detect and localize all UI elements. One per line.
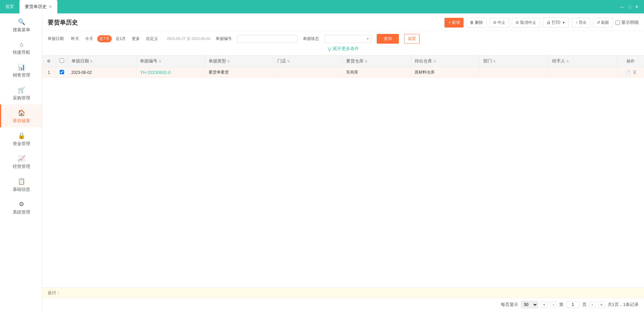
sidebar-item-purchase-mgmt-label: 采购管理 [13, 95, 30, 101]
cell-req-warehouse: 车间库 [342, 67, 411, 78]
sidebar-item-basic-info[interactable]: 📋 基础信息 [0, 173, 42, 196]
sidebar-item-sys-mgmt[interactable]: ⚙ 系统管理 [0, 196, 42, 219]
new-button[interactable]: + 新增 [444, 18, 463, 28]
stop-button[interactable]: ⊘ 中止 [489, 18, 509, 28]
pagination: 每页显示 50 20 100 200 « ‹ 第 页 › » 共1页，1条记录 [42, 298, 644, 311]
date-filter-label: 单据日期 [48, 36, 64, 42]
print-button[interactable]: 🖨 打印 ▼ [543, 17, 569, 28]
sidebar-item-sys-mgmt-label: 系统管理 [13, 209, 30, 215]
ops-mgmt-icon: 📈 [18, 155, 25, 162]
bill-no-input[interactable] [237, 35, 298, 43]
tab-home[interactable]: 首页 [0, 0, 19, 13]
sort-pending-warehouse-icon[interactable]: ⇅ [433, 59, 436, 63]
filter-row-1: 单据日期 昨天 今天 近7天 近1月 更多 自定义 2023-05-27 至 2… [48, 34, 639, 44]
sort-no-icon[interactable]: ⇅ [159, 59, 161, 63]
sidebar-item-ops-mgmt-label: 经营管理 [13, 164, 30, 170]
table-row: 1 2023-06-02 YH-20230602-0 要货单要货 车间库 原材料… [42, 67, 644, 78]
cell-ops: 📄 ⠿ [617, 67, 644, 78]
display-detail-checkbox[interactable] [615, 20, 620, 25]
cell-check[interactable] [56, 67, 68, 78]
per-page-select[interactable]: 50 20 100 200 [521, 301, 538, 308]
date-shortcut-custom[interactable]: 自定义 [144, 35, 160, 42]
col-settings[interactable]: ⚙ [42, 55, 56, 67]
col-store: 门店 ⇅ [274, 55, 342, 67]
query-button[interactable]: 查询 [377, 34, 399, 44]
sidebar-item-finance-mgmt[interactable]: 🔒 资金管理 [0, 127, 42, 150]
sidebar-item-quick-nav[interactable]: ⌂ 快捷导航 [0, 36, 42, 59]
delete-button[interactable]: 🗑 删除 [466, 18, 487, 28]
cancel-stop-button[interactable]: ⊘ 取消中止 [512, 18, 540, 28]
expand-more-label: 展开更多条件 [333, 46, 359, 52]
cell-dept [480, 67, 549, 78]
tab-requisition-history[interactable]: 要货单历史 ✕ [19, 0, 57, 13]
sidebar-item-basic-info-label: 基础信息 [13, 186, 30, 192]
sort-date-icon[interactable]: ⇅ [90, 59, 93, 63]
sys-mgmt-icon: ⚙ [19, 201, 24, 208]
date-shortcut-yesterday[interactable]: 昨天 [69, 35, 81, 42]
expand-more-icon: ⋁ [328, 46, 331, 51]
per-page-label: 每页显示 [501, 302, 518, 308]
page-suffix: 页 [582, 302, 587, 308]
date-shortcut-last-month[interactable]: 近1月 [114, 35, 128, 42]
col-check[interactable] [56, 55, 68, 67]
expand-more[interactable]: ⋁ 展开更多条件 [48, 46, 639, 52]
page-title: 要货单历史 [48, 18, 444, 27]
sidebar-item-inventory[interactable]: 🏠 库存核算 [0, 104, 42, 127]
top-bar: 首页 要货单历史 ✕ — □ ✕ [0, 0, 644, 13]
sidebar-item-sales-mgmt[interactable]: 📊 销售管理 [0, 59, 42, 82]
settings-button[interactable]: 设置 [404, 34, 420, 44]
bill-no-link[interactable]: YH-20230602-0 [140, 70, 171, 75]
col-date: 单据日期 ⇅ [68, 55, 137, 67]
filter-area: 单据日期 昨天 今天 近7天 近1月 更多 自定义 2023-05-27 至 2… [42, 31, 644, 55]
sidebar: 🔍 搜索菜单 ⌂ 快捷导航 📊 销售管理 🛒 采购管理 🏠 库存核算 🔒 资金管… [0, 13, 42, 311]
cell-row-index: 1 [42, 67, 56, 78]
display-detail-label: 显示明细 [621, 19, 639, 26]
date-shortcut-last7[interactable]: 近7天 [97, 35, 112, 42]
cell-pending-warehouse: 原材料仓库 [411, 67, 480, 78]
print-dropdown-icon[interactable]: ▼ [562, 21, 565, 25]
table-area: ⚙ 单据日期 ⇅ 单据编号 ⇅ 单据类型 [42, 55, 644, 287]
toolbar: + 新增 🗑 删除 ⊘ 中止 ⊘ 取消中止 🖨 打印 ▼ ↑ 导出 ↺ 刷新 显… [444, 17, 639, 28]
col-no: 单据编号 ⇅ [137, 55, 205, 67]
date-shortcut-today[interactable]: 今天 [83, 35, 95, 42]
maximize-button[interactable]: □ [628, 4, 631, 9]
total-info: 共1页，1条记录 [608, 302, 639, 308]
col-ops: 操作 [617, 55, 644, 67]
sort-dept-icon[interactable]: ⇅ [493, 59, 496, 63]
first-page-button[interactable]: « [541, 301, 548, 308]
sort-store-icon[interactable]: ⇅ [287, 59, 290, 63]
last-page-button[interactable]: » [598, 301, 605, 308]
row-checkbox[interactable] [60, 70, 64, 74]
date-shortcut-more[interactable]: 更多 [130, 35, 142, 42]
minimize-button[interactable]: — [620, 4, 624, 9]
content-area: 要货单历史 + 新增 🗑 删除 ⊘ 中止 ⊘ 取消中止 🖨 打印 ▼ ↑ 导出 … [42, 13, 644, 311]
prev-page-button[interactable]: ‹ [550, 301, 556, 308]
cell-no: YH-20230602-0 [137, 67, 205, 78]
export-button[interactable]: ↑ 导出 [572, 18, 590, 28]
bill-status-label: 单据状态 [303, 36, 319, 42]
select-all-checkbox[interactable] [60, 58, 64, 63]
next-page-button[interactable]: › [589, 301, 595, 308]
sort-handler-icon[interactable]: ⇅ [566, 59, 569, 63]
close-button[interactable]: ✕ [635, 4, 639, 9]
sort-type-icon[interactable]: ⇅ [227, 59, 230, 63]
display-detail-toggle[interactable]: 显示明细 [615, 19, 639, 26]
date-shortcuts: 昨天 今天 近7天 近1月 更多 自定义 [69, 35, 160, 42]
page-input[interactable] [566, 301, 580, 308]
sidebar-item-purchase-mgmt[interactable]: 🛒 采购管理 [0, 82, 42, 104]
quick-nav-icon: ⌂ [20, 41, 23, 48]
page-label: 第 [559, 302, 564, 308]
refresh-button[interactable]: ↺ 刷新 [593, 18, 613, 28]
edit-icon[interactable]: 📄 [625, 70, 631, 75]
inventory-icon: 🏠 [18, 109, 25, 117]
bill-status-select[interactable] [324, 35, 371, 43]
footer-summary: 合计： [42, 287, 644, 298]
sort-req-warehouse-icon[interactable]: ⇅ [365, 59, 367, 63]
sidebar-item-ops-mgmt[interactable]: 📈 经营管理 [0, 150, 42, 173]
sidebar-item-sales-mgmt-label: 销售管理 [13, 72, 30, 78]
cell-date: 2023-06-02 [68, 67, 137, 78]
close-tab-icon[interactable]: ✕ [49, 4, 52, 9]
sidebar-item-search-menu[interactable]: 🔍 搜索菜单 [0, 13, 42, 36]
more-ops-icon[interactable]: ⠿ [633, 70, 636, 75]
col-handler: 经手人 ⇅ [548, 55, 617, 67]
